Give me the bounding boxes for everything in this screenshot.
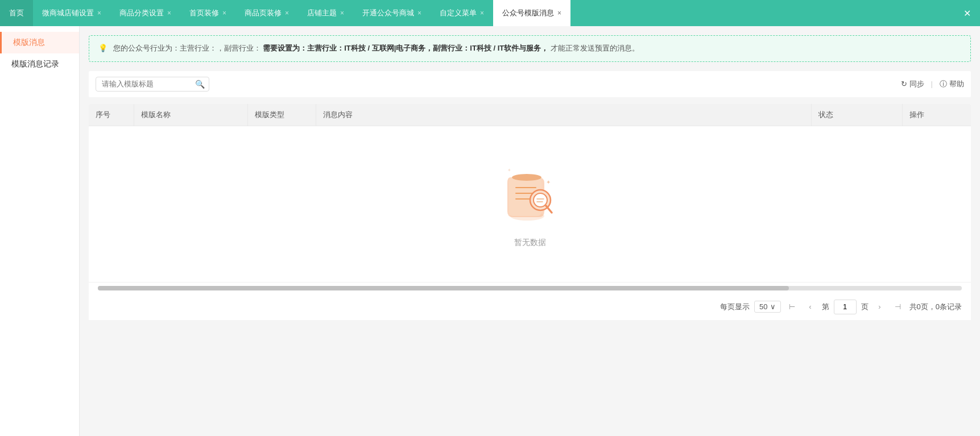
scroll-thumb[interactable] [98, 286, 789, 290]
col-status: 状态 [812, 104, 903, 126]
bulb-icon: 💡 [98, 44, 107, 52]
sync-icon: ↻ [901, 80, 907, 88]
sync-button[interactable]: ↻ 同步 [901, 79, 924, 89]
close-icon[interactable]: × [417, 9, 421, 17]
nav-home-decor[interactable]: 首页装修 × [180, 0, 235, 26]
sidebar-item-template-message[interactable]: 模版消息 [0, 32, 79, 53]
main-layout: 模版消息 模版消息记录 💡 您的公众号行业为：主营行业：，副营行业： 需要设置为… [0, 26, 980, 436]
nav-product-decor[interactable]: 商品页装修 × [235, 0, 298, 26]
content-area: 💡 您的公众号行业为：主营行业：，副营行业： 需要设置为：主营行业：IT科技 /… [80, 26, 980, 436]
help-button[interactable]: ⓘ 帮助 [940, 79, 964, 89]
close-icon[interactable]: × [340, 9, 344, 17]
search-input[interactable] [102, 80, 193, 88]
close-icon[interactable]: × [480, 9, 484, 17]
per-page-select[interactable]: 50 ∨ [754, 301, 780, 313]
dropdown-icon: ∨ [770, 302, 776, 311]
top-navigation: 首页 微商城店铺设置 × 商品分类设置 × 首页装修 × 商品页装修 × 店铺主… [0, 0, 980, 26]
empty-state: ✦ ✦ 暂无数据 [89, 126, 971, 282]
close-icon[interactable]: × [557, 9, 561, 17]
close-icon[interactable]: × [97, 9, 101, 17]
close-icon[interactable]: × [222, 9, 226, 17]
empty-illustration: ✦ ✦ [496, 160, 564, 229]
svg-text:✦: ✦ [546, 179, 551, 185]
last-page-button[interactable]: ⊣ [891, 300, 905, 314]
sidebar-item-template-message-record[interactable]: 模版消息记录 [0, 53, 79, 75]
col-action: 操作 [903, 104, 971, 126]
col-template-type: 模版类型 [248, 104, 316, 126]
first-page-button[interactable]: ⊢ [785, 300, 799, 314]
search-actions: ↻ 同步 | ⓘ 帮助 [901, 79, 964, 89]
help-icon: ⓘ [940, 79, 947, 89]
empty-text: 暂无数据 [514, 238, 546, 248]
search-input-wrap: 🔍 [96, 77, 209, 92]
svg-point-1 [512, 174, 541, 181]
search-bar: 🔍 ↻ 同步 | ⓘ 帮助 [89, 71, 971, 97]
table-header: 序号 模版名称 模版类型 消息内容 状态 操作 [89, 104, 971, 126]
page-label: 第 [822, 302, 829, 312]
col-index: 序号 [89, 104, 134, 126]
sidebar: 模版消息 模版消息记录 [0, 26, 80, 436]
nav-custom-menu[interactable]: 自定义菜单 × [431, 0, 493, 26]
svg-point-6 [534, 193, 547, 207]
search-icon[interactable]: 🔍 [195, 80, 205, 89]
nav-wsc-store[interactable]: 微商城店铺设置 × [33, 0, 110, 26]
divider: | [931, 80, 933, 88]
svg-text:✦: ✦ [507, 168, 511, 173]
pagination: 每页显示 50 ∨ ⊢ ‹ 第 页 › ⊣ 共0页，0条记录 [89, 294, 971, 320]
col-template-name: 模版名称 [134, 104, 248, 126]
scroll-track [98, 286, 962, 290]
nav-wechat-mall[interactable]: 开通公众号商城 × [353, 0, 431, 26]
scrollbar-area[interactable] [89, 282, 971, 294]
nav-product-category[interactable]: 商品分类设置 × [110, 0, 180, 26]
nav-template-message[interactable]: 公众号模版消息 × [493, 0, 570, 26]
per-page-label: 每页显示 [720, 302, 750, 312]
info-box: 💡 您的公众号行业为：主营行业：，副营行业： 需要设置为：主营行业：IT科技 /… [89, 35, 971, 62]
close-all-tabs-button[interactable]: ✕ [954, 0, 980, 26]
close-icon[interactable]: × [285, 9, 289, 17]
col-message-content: 消息内容 [316, 104, 812, 126]
next-page-button[interactable]: › [873, 300, 887, 314]
nav-store-theme[interactable]: 店铺主题 × [298, 0, 353, 26]
total-records-label: 共0页，0条记录 [909, 302, 962, 312]
page-unit: 页 [861, 302, 869, 312]
data-table: 序号 模版名称 模版类型 消息内容 状态 操作 [89, 104, 971, 294]
page-number-input[interactable] [834, 300, 857, 314]
close-icon[interactable]: × [167, 9, 171, 17]
prev-page-button[interactable]: ‹ [804, 300, 817, 314]
close-all-icon: ✕ [964, 8, 971, 19]
nav-home[interactable]: 首页 [0, 0, 33, 26]
